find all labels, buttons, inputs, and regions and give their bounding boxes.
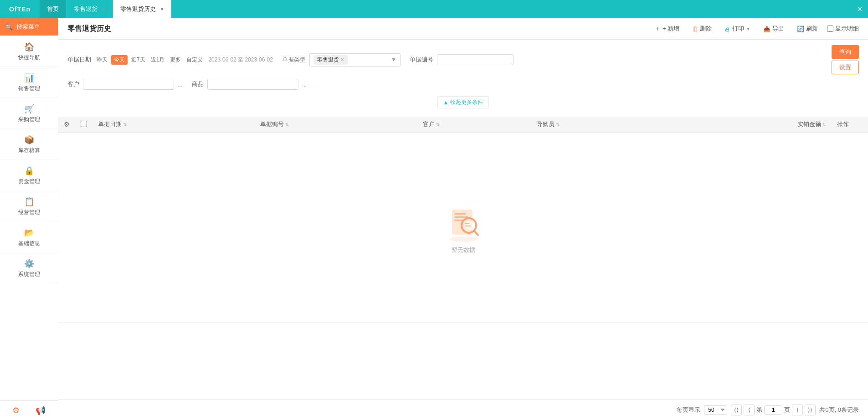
sidebar-item-finance[interactable]: 🔒 资金管理 (0, 159, 58, 190)
tag-text: 零售退货 (317, 56, 339, 64)
empty-illustration (441, 200, 486, 246)
date-filter: 单据日期 昨天 今天 近7天 近1月 更多 自定义 2023-06-02 至 2… (67, 55, 273, 65)
page-header: 零售退货历史 ＋ + 新增 🗑 删除 🖨 打印 ▼ 📤 导出 (58, 18, 868, 40)
clipboard-icon: 📋 (24, 197, 34, 207)
tag-close-icon[interactable]: × (341, 56, 344, 63)
speaker-icon[interactable]: 📢 (36, 405, 46, 415)
sort-date-icon: ⇅ (123, 122, 127, 127)
print-icon: 🖨 (724, 26, 730, 32)
sidebar-item-purchase-mgmt[interactable]: 🛒 采购管理 (0, 97, 58, 128)
tab-retail-return-history-close[interactable]: × (160, 6, 164, 12)
date-btn-1month[interactable]: 近1月 (149, 55, 167, 65)
new-button[interactable]: ＋ + 新增 (651, 23, 683, 35)
main-content: 零售退货历史 ＋ + 新增 🗑 删除 🖨 打印 ▼ 📤 导出 (58, 18, 868, 420)
box-icon: 📦 (24, 135, 34, 145)
tab-retail-return[interactable]: 零售退货 × (67, 0, 113, 18)
date-btn-7days[interactable]: 近7天 (129, 55, 147, 65)
empty-state: 暂无数据 (64, 136, 863, 318)
export-label: 导出 (772, 25, 784, 33)
date-filter-label: 单据日期 (67, 56, 91, 64)
collapse-button[interactable]: ▲ 收起更多条件 (437, 96, 489, 108)
customer-ellipsis-btn[interactable]: ... (178, 81, 183, 88)
customer-input[interactable] (83, 79, 174, 90)
table-body: 暂无数据 (58, 133, 868, 323)
sidebar-item-operations-label: 经营管理 (18, 209, 40, 216)
selected-type-tag: 零售退货 × (313, 55, 348, 65)
sidebar-item-basic-info[interactable]: 📂 基础信息 (0, 221, 58, 252)
date-btn-custom[interactable]: 自定义 (185, 55, 205, 65)
show-detail-checkbox[interactable] (827, 26, 833, 32)
goods-label: 商品 (192, 80, 204, 88)
filter-row-1: 单据日期 昨天 今天 近7天 近1月 更多 自定义 2023-06-02 至 2… (67, 45, 859, 74)
lock-icon: 🔒 (24, 166, 34, 176)
delete-button[interactable]: 🗑 删除 (688, 23, 715, 35)
refresh-icon: 🔄 (797, 26, 804, 32)
export-button[interactable]: 📤 导出 (760, 23, 788, 35)
sidebar-item-quick-nav[interactable]: 🏠 快捷导航 (0, 36, 58, 67)
query-buttons: 查询 设置 (832, 45, 859, 74)
date-shortcuts: 昨天 今天 近7天 近1月 更多 自定义 (95, 55, 205, 65)
bill-type-select[interactable]: 零售退货 × ▼ (309, 53, 401, 67)
date-btn-more[interactable]: 更多 (168, 55, 183, 65)
tab-home-label: 首页 (47, 5, 59, 13)
query-button[interactable]: 查询 (832, 45, 859, 59)
refresh-button[interactable]: 🔄 刷新 (793, 23, 822, 35)
sidebar-item-inventory[interactable]: 📦 库存核算 (0, 128, 58, 159)
page-input[interactable]: 1 (764, 405, 782, 415)
sort-guide[interactable]: 导购员 ⇅ (537, 120, 560, 128)
sort-date[interactable]: 单据日期 ⇅ (98, 120, 127, 128)
column-settings-icon[interactable]: ⚙ (64, 121, 70, 128)
sidebar-item-system-mgmt[interactable]: ⚙️ 系统管理 (0, 252, 58, 283)
search-menu-item[interactable]: 🔍 搜索菜单 (0, 18, 58, 36)
cart-icon: 🛒 (24, 104, 34, 114)
tab-retail-return-close[interactable]: × (102, 6, 105, 12)
select-all-checkbox[interactable] (81, 121, 87, 127)
date-btn-yesterday[interactable]: 昨天 (95, 55, 109, 65)
th-guide: 导购员 ⇅ (531, 117, 669, 133)
page-size-label: 每页显示 (677, 406, 700, 414)
th-settings: ⚙ (58, 117, 75, 133)
page-first-button[interactable]: ⟨⟨ (731, 405, 742, 415)
sidebar-item-operations[interactable]: 📋 经营管理 (0, 190, 58, 221)
svg-rect-8 (465, 223, 469, 224)
print-button[interactable]: 🖨 打印 ▼ (721, 23, 754, 35)
tab-retail-return-history[interactable]: 零售退货历史 × (113, 0, 171, 18)
refresh-label: 刷新 (806, 25, 818, 33)
sidebar-item-quick-nav-label: 快捷导航 (18, 54, 40, 61)
search-icon: 🔍 (5, 24, 13, 31)
goods-input[interactable] (207, 79, 298, 90)
sort-amount[interactable]: 实销金额 ⇅ (797, 120, 826, 128)
tab-home[interactable]: 首页 (40, 0, 67, 18)
sort-customer[interactable]: 客户 ⇅ (423, 120, 440, 128)
sidebar-item-basic-info-label: 基础信息 (18, 240, 40, 247)
th-date: 单据日期 ⇅ (92, 117, 255, 133)
show-detail-toggle[interactable]: 显示明细 (827, 25, 859, 33)
date-btn-today[interactable]: 今天 (111, 55, 128, 65)
collapse-row: ▲ 收起更多条件 (67, 94, 859, 113)
sort-amount-icon: ⇅ (822, 122, 826, 127)
svg-rect-3 (454, 216, 468, 218)
delete-icon: 🗑 (692, 26, 698, 32)
th-customer: 客户 ⇅ (417, 117, 531, 133)
empty-row: 暂无数据 (58, 133, 868, 323)
page-size-select[interactable]: 50 20 100 (704, 405, 727, 415)
sidebar-item-system-mgmt-label: 系统管理 (18, 271, 40, 278)
table-area: ⚙ 单据日期 ⇅ 单据编号 (58, 117, 868, 400)
page-last-button[interactable]: ⟩⟩ (805, 405, 816, 415)
bill-no-input[interactable] (437, 54, 514, 65)
sort-guide-icon: ⇅ (556, 122, 560, 127)
sidebar-item-sales-mgmt[interactable]: 📊 销售管理 (0, 67, 58, 97)
page-next-button[interactable]: ⟩ (792, 405, 803, 415)
bill-type-filter: 单据类型 零售退货 × ▼ (282, 53, 401, 67)
svg-rect-9 (465, 225, 471, 226)
goods-ellipsis-btn[interactable]: ... (302, 81, 307, 88)
settings-bottom-icon[interactable]: ⚙ (12, 405, 20, 415)
window-close-button[interactable]: × (855, 5, 864, 14)
main-layout: 🔍 搜索菜单 🏠 快捷导航 📊 销售管理 🛒 采购管理 📦 库存核算 🔒 资金管… (0, 18, 868, 420)
bill-no-filter: 单据编号 (410, 54, 514, 65)
filter-area: 单据日期 昨天 今天 近7天 近1月 更多 自定义 2023-06-02 至 2… (58, 40, 868, 117)
setting-button[interactable]: 设置 (832, 61, 859, 74)
page-title: 零售退货历史 (67, 24, 111, 34)
page-prev-button[interactable]: ⟨ (744, 405, 755, 415)
sort-bill-no[interactable]: 单据编号 ⇅ (260, 120, 289, 128)
